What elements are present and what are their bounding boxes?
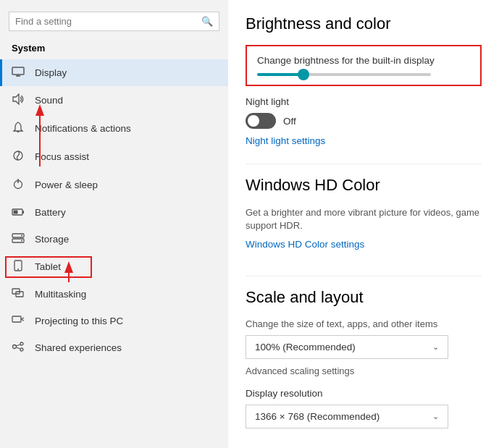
projecting-icon: [12, 315, 25, 327]
scale-value: 100% (Recommended): [255, 342, 356, 352]
hd-color-title: Windows HD Color: [246, 176, 482, 195]
section-divider-2: [246, 276, 482, 276]
sidebar-item-projecting[interactable]: Projecting to this PC: [0, 308, 228, 334]
sidebar-item-notifications[interactable]: Notifications & actions: [0, 114, 228, 143]
battery-icon: [12, 206, 25, 219]
sound-icon: [12, 93, 25, 107]
hd-color-section: Windows HD Color Get a brighter and more…: [246, 176, 482, 263]
brightness-slider[interactable]: [257, 73, 431, 76]
sidebar-item-battery[interactable]: Battery: [0, 199, 228, 226]
sidebar-item-sound-label: Sound: [35, 95, 63, 106]
toggle-knob: [248, 115, 259, 127]
resolution-dropdown[interactable]: 1366 × 768 (Recommended) ⌄: [246, 405, 448, 428]
svg-point-12: [21, 235, 22, 237]
sidebar-item-tablet[interactable]: Tablet: [0, 253, 228, 281]
sidebar: 🔍 System Display Sou: [0, 0, 228, 361]
svg-rect-8: [14, 211, 18, 214]
scale-dropdown[interactable]: 100% (Recommended) ⌄: [246, 335, 448, 359]
svg-point-15: [17, 269, 19, 270]
resolution-chevron-icon: ⌄: [432, 412, 439, 421]
svg-line-25: [17, 347, 21, 349]
brightness-label: Change brightness for the built-in displ…: [257, 55, 470, 66]
sidebar-item-sound[interactable]: Sound: [0, 86, 228, 114]
sidebar-item-focus-label: Focus assist: [35, 151, 89, 162]
scale-layout-section: Scale and layout Change the size of text…: [246, 288, 482, 428]
night-light-section: Night light Off Night light settings: [246, 96, 482, 159]
search-icon: 🔍: [201, 16, 213, 27]
search-bar[interactable]: 🔍: [9, 12, 219, 31]
brightness-title: Brightness and color: [246, 14, 482, 33]
night-light-label: Night light: [246, 96, 482, 107]
svg-marker-3: [13, 94, 19, 104]
brightness-box: Change brightness for the built-in displ…: [246, 45, 482, 86]
svg-rect-9: [22, 211, 24, 214]
sidebar-item-focus[interactable]: Focus assist: [0, 143, 228, 171]
svg-point-21: [13, 345, 17, 349]
section-divider-1: [246, 164, 482, 164]
hd-color-settings-link[interactable]: Windows HD Color settings: [246, 239, 364, 250]
sidebar-item-power[interactable]: Power & sleep: [0, 171, 228, 199]
sidebar-item-multitasking[interactable]: Multitasking: [0, 281, 228, 308]
sidebar-item-battery-label: Battery: [35, 207, 66, 218]
notifications-icon: [12, 122, 25, 135]
scale-sublabel: Change the size of text, apps, and other…: [246, 318, 482, 329]
sidebar-item-projecting-label: Projecting to this PC: [35, 316, 123, 326]
focus-icon: [12, 150, 25, 164]
storage-icon: [12, 233, 25, 245]
shared-icon: [12, 342, 25, 354]
search-input[interactable]: [15, 16, 196, 27]
svg-rect-18: [12, 316, 21, 322]
svg-point-13: [21, 240, 22, 242]
svg-rect-0: [12, 67, 24, 75]
slider-container: [257, 73, 470, 76]
svg-line-24: [17, 345, 21, 346]
power-icon: [12, 178, 25, 192]
toggle-row: Off: [246, 113, 482, 129]
sidebar-item-storage[interactable]: Storage: [0, 226, 228, 253]
sidebar-item-notifications-label: Notifications & actions: [35, 123, 131, 134]
sidebar-item-display[interactable]: Display: [0, 59, 228, 86]
sidebar-item-power-label: Power & sleep: [35, 179, 98, 190]
svg-point-23: [20, 348, 23, 351]
resolution-value: 1366 × 768 (Recommended): [255, 411, 380, 422]
hd-color-desc: Get a brighter and more vibrant picture …: [246, 206, 482, 232]
multitasking-icon: [12, 288, 25, 300]
advanced-scaling-link[interactable]: Advanced scaling settings: [246, 365, 354, 376]
night-light-settings-link[interactable]: Night light settings: [246, 135, 325, 146]
scale-layout-title: Scale and layout: [246, 288, 482, 307]
svg-point-22: [20, 342, 23, 345]
sidebar-item-display-label: Display: [35, 67, 67, 78]
system-label: System: [0, 43, 228, 59]
night-light-toggle[interactable]: [246, 113, 276, 129]
resolution-label: Display resolution: [246, 388, 482, 399]
night-light-state: Off: [283, 116, 296, 127]
sidebar-item-shared[interactable]: Shared experiences: [0, 334, 228, 361]
tablet-icon: [12, 260, 25, 274]
scale-chevron-icon: ⌄: [432, 342, 439, 352]
sidebar-item-storage-label: Storage: [35, 234, 69, 245]
sidebar-item-tablet-label: Tablet: [35, 261, 61, 272]
content-panel: Brightness and color Change brightness f…: [228, 0, 499, 448]
sidebar-item-shared-label: Shared experiences: [35, 342, 122, 353]
display-icon: [12, 67, 25, 79]
sidebar-item-multitasking-label: Multitasking: [35, 289, 86, 300]
